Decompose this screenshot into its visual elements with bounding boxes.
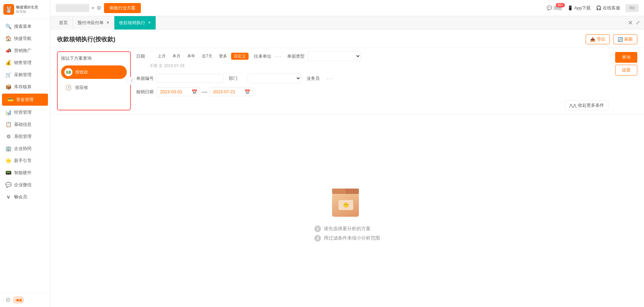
- sidebar-item-guide[interactable]: 🌟 新手引导: [0, 155, 50, 167]
- tab-home-label: 首页: [59, 20, 68, 26]
- headset-icon: 🎧: [596, 5, 601, 10]
- filter-scheme-title: 按以下方案查询: [61, 55, 127, 61]
- filter-option-by-receivable[interactable]: 🕐 按应收: [61, 81, 127, 94]
- sidebar-item-marketing[interactable]: 📣 营销推广: [0, 45, 50, 57]
- user-info: Rit: [626, 4, 639, 12]
- sidebar-item-purchase[interactable]: 🛒 采购管理: [0, 69, 50, 81]
- filter-row-date: 日期 上月 本月 本年 近7天 更多 自定义: [136, 51, 610, 61]
- settings-button[interactable]: 设置: [615, 65, 637, 75]
- sidebar-item-basic-info[interactable]: 📋 基础信息: [0, 118, 50, 131]
- logo-icon: 🐰: [3, 4, 14, 15]
- empty-hints: 1 请先选择要分析的方案 2 用过滤条件来缩小分析范围: [314, 225, 380, 242]
- sidebar-item-system[interactable]: ⚙ 系统管理: [0, 131, 50, 143]
- counterpart-label: 往来单位: [254, 53, 271, 59]
- marketing-icon: 📣: [5, 48, 11, 54]
- filter-scheme-collapse-button[interactable]: 《: [127, 77, 135, 85]
- department-label: 部门: [229, 75, 245, 82]
- sidebar-item-business[interactable]: 📊 经营管理: [0, 106, 50, 118]
- basic-info-icon: 📋: [5, 121, 11, 127]
- sales-icon: 💰: [5, 60, 11, 66]
- message-icon: 💬: [547, 5, 552, 10]
- export-button[interactable]: 📤 导出: [586, 34, 610, 44]
- hardware-icon: 📟: [5, 170, 11, 176]
- topbar-gear-icon[interactable]: ⚙: [97, 5, 101, 11]
- more-date-button[interactable]: 更多: [216, 52, 230, 60]
- last-7-days-button[interactable]: 近7天: [199, 52, 215, 60]
- salesperson-label: 业务员: [307, 75, 323, 82]
- sidebar-collapse-button[interactable]: ◀◀: [13, 296, 24, 304]
- sidebar-menu: 🔍 搜索菜单 🏠 快捷导航 📣 营销推广 💰 销售管理 🛒 采购管理 📦 库存核…: [0, 19, 50, 293]
- tab-receipt-label: 收款核销执行: [119, 20, 145, 26]
- sidebar-item-enterprise[interactable]: 🏢 企业协同: [0, 143, 50, 155]
- solution-button[interactable]: 体验行业方案: [104, 3, 141, 13]
- sidebar-item-inventory[interactable]: 📦 库存核算: [0, 81, 50, 93]
- message-button[interactable]: 💬 消息 99+: [547, 5, 562, 11]
- doc-no-input[interactable]: [156, 74, 223, 83]
- filter-option-by-receipt[interactable]: 💵 按收款: [61, 65, 127, 79]
- tab-receipt-offset[interactable]: 收款核销执行 ✕: [114, 16, 156, 30]
- hint-number-2: 2: [314, 235, 321, 242]
- query-button[interactable]: 查询: [615, 52, 637, 63]
- last-month-button[interactable]: 上月: [155, 52, 168, 60]
- close-tab-button[interactable]: ✕: [628, 19, 633, 27]
- filter-row-offset-date: 核销日期 📅 — 📅: [136, 87, 610, 96]
- collapse-conditions-button[interactable]: ⋀⋀ 收起更多条件: [565, 100, 608, 110]
- sidebar-logo: 🐰 畅捷通好生意 标准版: [0, 0, 50, 19]
- receivable-option-label: 按应收: [75, 85, 88, 91]
- inventory-icon: 📦: [5, 84, 11, 90]
- topbar-left: ▾ ⚙ 体验行业方案: [56, 3, 543, 13]
- department-select[interactable]: [248, 73, 301, 83]
- tab-prepay-close-icon[interactable]: ✕: [106, 20, 109, 25]
- message-badge: 99+: [556, 3, 565, 7]
- custom-date-button[interactable]: 自定义: [231, 53, 249, 60]
- dropdown-arrow-icon[interactable]: ▾: [92, 6, 94, 10]
- sidebar-item-label: 基础信息: [14, 121, 32, 127]
- enterprise-icon: 🏢: [5, 146, 11, 152]
- date-range-separator: —: [202, 89, 207, 95]
- tabbar-actions: ✕ ⤢: [628, 19, 640, 27]
- app-download-button[interactable]: 📱 App下载: [568, 5, 591, 11]
- this-month-button[interactable]: 本月: [170, 52, 183, 60]
- search-menu-icon: 🔍: [5, 23, 11, 30]
- tab-home[interactable]: 首页: [54, 16, 73, 30]
- hint-text-2: 用过滤条件来缩小分析范围: [324, 235, 380, 241]
- sidebar-item-finance[interactable]: 💳 资金管理: [2, 94, 48, 106]
- tab-prepay-offset[interactable]: 预付冲应付单 ✕: [73, 16, 114, 30]
- app-label: App下载: [574, 5, 591, 11]
- sidebar-item-wechat[interactable]: 💬 企业微信: [0, 179, 50, 191]
- date-field: 日期 上月 本月 本年 近7天 更多 自定义: [136, 52, 249, 60]
- sidebar-item-label: 搜索菜单: [14, 23, 32, 30]
- empty-hint-1: 1 请先选择要分析的方案: [314, 225, 380, 232]
- calendar-end-icon[interactable]: 📅: [245, 89, 250, 95]
- filter-panel: 按以下方案查询 💵 按收款 🕐 按应收 《: [50, 48, 644, 114]
- sidebar-item-label: 采购管理: [14, 72, 32, 78]
- settings-icon[interactable]: ⚙: [5, 296, 11, 304]
- offset-date-field: 核销日期 📅 — 📅: [136, 87, 253, 96]
- sidebar-item-label: 快捷导航: [14, 36, 32, 42]
- doc-no-label: 单据编号: [136, 75, 154, 82]
- finance-icon: 💳: [7, 97, 13, 103]
- online-service-button[interactable]: 🎧 在线客服: [596, 5, 620, 11]
- home-icon: 🏠: [5, 36, 11, 42]
- sidebar-item-member[interactable]: V 畅会员: [0, 191, 50, 203]
- system-icon: ⚙: [5, 134, 11, 140]
- tab-receipt-close-icon[interactable]: ✕: [148, 20, 151, 25]
- calendar-start-icon[interactable]: 📅: [192, 89, 197, 95]
- offset-date-range: 📅 — 📅: [156, 87, 253, 96]
- doc-type-select[interactable]: [307, 51, 361, 61]
- query-area: 查询 设置: [615, 52, 637, 75]
- sidebar-item-label: 库存核算: [14, 84, 32, 90]
- expand-button[interactable]: ⤢: [636, 19, 640, 26]
- logo-tag: 标准版: [16, 9, 38, 14]
- member-icon: V: [5, 195, 11, 200]
- receipt-option-icon: 💵: [64, 68, 72, 76]
- tabbar: 首页 预付冲应付单 ✕ 收款核销执行 ✕ ✕ ⤢: [50, 16, 644, 30]
- sidebar-item-hardware[interactable]: 📟 智能硬件: [0, 167, 50, 179]
- logo-name: 畅捷通好生意: [16, 5, 38, 9]
- this-year-button[interactable]: 本年: [184, 52, 198, 60]
- sidebar-item-quick-nav[interactable]: 🏠 快捷导航: [0, 33, 50, 45]
- sidebar-item-search-menu[interactable]: 🔍 搜索菜单: [0, 20, 50, 33]
- sidebar-item-sales[interactable]: 💰 销售管理: [0, 57, 50, 69]
- refresh-button[interactable]: 🔄 刷新: [613, 34, 637, 44]
- sidebar-item-label: 资金管理: [16, 97, 34, 103]
